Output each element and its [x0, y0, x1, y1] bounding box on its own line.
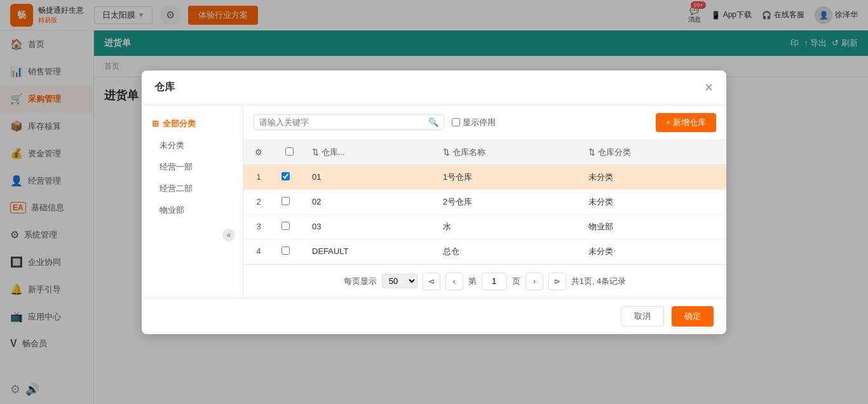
row-checkbox-cell — [274, 165, 304, 189]
settings-col-icon[interactable]: ⚙ — [255, 147, 262, 157]
page-number-input[interactable] — [482, 273, 507, 290]
table-row[interactable]: 4 DEFAULT 总仓 未分类 — [243, 239, 726, 264]
row-checkbox[interactable] — [281, 222, 290, 230]
per-page-select[interactable]: 50 100 — [382, 274, 417, 288]
dialog-body: ⊞ 全部分类 未分类 经营一部 经营二部 物业部 « 🔍 — [142, 105, 726, 298]
show-disabled-check[interactable] — [452, 118, 460, 126]
row-checkbox-cell — [274, 189, 304, 214]
category-panel: ⊞ 全部分类 未分类 经营一部 经营二部 物业部 « — [142, 105, 243, 298]
warehouse-table-wrap: ⚙ ⇅ 仓库... ⇅ 仓库名称 — [243, 140, 726, 264]
col-checkbox — [274, 140, 304, 165]
grid-icon: ⊞ — [152, 119, 159, 128]
row-num: 1 — [243, 165, 274, 189]
row-name: 水 — [435, 214, 581, 239]
confirm-button[interactable]: 确定 — [672, 306, 714, 327]
row-checkbox[interactable] — [281, 246, 290, 255]
row-category: 未分类 — [581, 189, 726, 214]
table-row[interactable]: 3 03 水 物业部 — [243, 214, 726, 239]
category-item-ops2[interactable]: 经营二部 — [142, 178, 243, 199]
table-header-row: ⚙ ⇅ 仓库... ⇅ 仓库名称 — [243, 140, 726, 165]
col-category: ⇅ 仓库分类 — [581, 140, 726, 165]
row-num: 4 — [243, 239, 274, 264]
next-page-button[interactable]: › — [526, 273, 543, 290]
dialog-title: 仓库 — [154, 81, 175, 94]
row-code: 02 — [304, 189, 435, 214]
cancel-button[interactable]: 取消 — [621, 306, 664, 327]
row-category: 未分类 — [581, 239, 726, 264]
table-row[interactable]: 2 02 2号仓库 未分类 — [243, 189, 726, 214]
dialog-close-button[interactable]: ✕ — [704, 81, 714, 95]
dialog-toolbar: 🔍 显示停用 + 新增仓库 — [243, 105, 726, 140]
first-page-button[interactable]: ⊲ — [423, 273, 440, 290]
row-checkbox[interactable] — [281, 197, 290, 205]
search-icon[interactable]: 🔍 — [428, 118, 438, 127]
pagination: 每页显示 50 100 ⊲ ‹ 第 页 › ⊳ 共1页, 4条记录 — [243, 264, 726, 298]
row-category: 物业部 — [581, 214, 726, 239]
select-all-checkbox[interactable] — [285, 147, 294, 156]
table-row[interactable]: 1 01 1号仓库 未分类 — [243, 165, 726, 189]
prev-page-button[interactable]: ‹ — [445, 273, 463, 290]
warehouse-table: ⚙ ⇅ 仓库... ⇅ 仓库名称 — [243, 140, 726, 264]
col-settings: ⚙ — [243, 140, 274, 165]
dialog-footer: 取消 确定 — [142, 298, 726, 334]
dialog-header: 仓库 ✕ — [142, 71, 726, 105]
row-category: 未分类 — [581, 165, 726, 189]
search-box: 🔍 — [254, 114, 444, 130]
category-item-unclassified[interactable]: 未分类 — [142, 135, 243, 156]
row-name: 2号仓库 — [435, 189, 581, 214]
add-warehouse-button[interactable]: + 新增仓库 — [656, 113, 716, 132]
last-page-button[interactable]: ⊳ — [548, 273, 566, 290]
row-name: 1号仓库 — [435, 165, 581, 189]
row-checkbox[interactable] — [281, 172, 290, 180]
category-item-property[interactable]: 物业部 — [142, 199, 243, 221]
col-code: ⇅ 仓库... — [304, 140, 435, 165]
row-code: DEFAULT — [304, 239, 435, 264]
row-checkbox-cell — [274, 239, 304, 264]
row-checkbox-cell — [274, 214, 304, 239]
modal-overlay: 仓库 ✕ ⊞ 全部分类 未分类 经营一部 经营二部 物业部 « — [0, 0, 868, 404]
search-input[interactable] — [259, 118, 426, 127]
show-disabled-checkbox[interactable]: 显示停用 — [452, 117, 496, 128]
row-code: 01 — [304, 165, 435, 189]
collapse-button[interactable]: « — [222, 229, 235, 241]
page-label-pre: 第 — [468, 276, 477, 287]
total-label: 共1页, 4条记录 — [571, 276, 627, 287]
content-panel: 🔍 显示停用 + 新增仓库 ⚙ — [243, 105, 726, 298]
warehouse-dialog: 仓库 ✕ ⊞ 全部分类 未分类 经营一部 经营二部 物业部 « — [142, 71, 726, 334]
row-name: 总仓 — [435, 239, 581, 264]
page-label-post: 页 — [512, 276, 520, 287]
category-item-ops1[interactable]: 经营一部 — [142, 156, 243, 178]
row-code: 03 — [304, 214, 435, 239]
col-name: ⇅ 仓库名称 — [435, 140, 581, 165]
row-num: 2 — [243, 189, 274, 214]
all-categories-item[interactable]: ⊞ 全部分类 — [142, 113, 243, 135]
per-page-label: 每页显示 — [344, 276, 377, 287]
row-num: 3 — [243, 214, 274, 239]
